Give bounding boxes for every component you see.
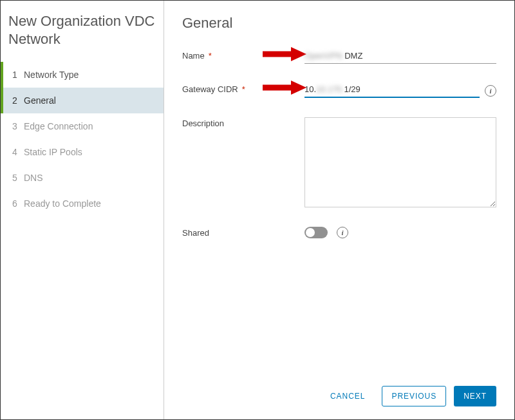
shared-toggle[interactable] [304,227,328,238]
annotation-arrow-icon [263,47,306,61]
annotation-arrow-icon [263,81,306,95]
cancel-button[interactable]: Cancel [321,387,374,406]
wizard-sidebar: New Organization VDC Network 1 Network T… [1,1,164,419]
step-static-ip-pools: 4 Static IP Pools [1,139,164,165]
info-icon[interactable]: i [485,85,496,97]
next-button[interactable]: Next [454,386,496,406]
description-textarea[interactable] [304,117,496,207]
step-network-type[interactable]: 1 Network Type [1,62,164,88]
step-ready-to-complete: 6 Ready to Complete [1,191,164,216]
wizard-title: New Organization VDC Network [1,12,164,62]
name-label: Name* [182,50,304,61]
info-icon[interactable]: i [337,227,348,238]
previous-button[interactable]: Previous [382,386,446,406]
shared-label: Shared [182,227,304,238]
page-title: General [182,15,496,32]
gateway-cidr-label: Gateway CIDR* [182,83,304,94]
wizard-footer: Cancel Previous Next [182,386,496,406]
required-indicator: * [242,84,245,94]
description-label: Description [182,117,304,128]
wizard-content: General Name* OpenVPN DMZ Gateway CIDR* [164,1,514,419]
step-edge-connection: 3 Edge Connection [1,113,164,139]
required-indicator: * [209,51,212,61]
step-dns: 5 DNS [1,165,164,191]
name-input[interactable]: OpenVPN DMZ [304,50,496,64]
gateway-cidr-input[interactable]: 10.10.170.1/29 [304,83,480,98]
step-general[interactable]: 2 General [1,88,164,113]
